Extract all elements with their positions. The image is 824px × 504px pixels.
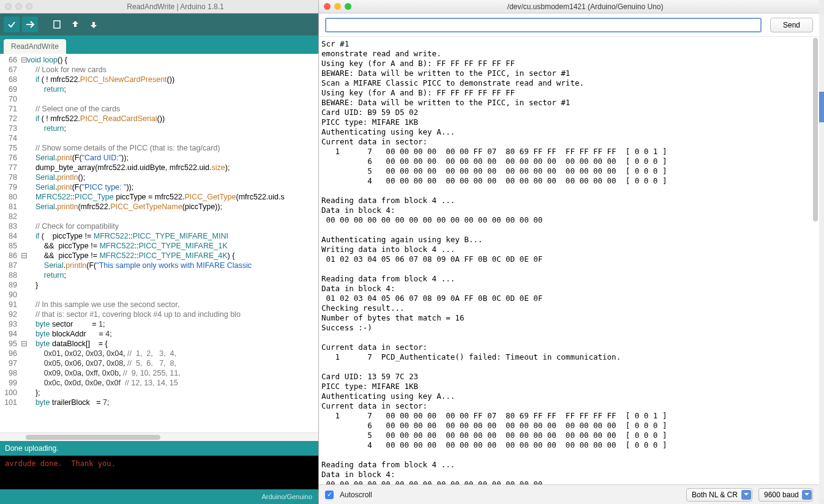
sidebar-marker — [819, 92, 824, 122]
code-line[interactable]: 94 byte blockAddr = 4; — [0, 329, 318, 339]
code-line[interactable]: 73 return; — [0, 124, 318, 133]
send-button[interactable]: Send — [770, 18, 813, 32]
editor-h-scrollbar[interactable] — [0, 432, 318, 441]
code-line[interactable]: 98 0x09, 0x0a, 0xff, 0x0b, // 9, 10, 255… — [0, 368, 318, 378]
code-line[interactable]: 70 — [0, 94, 318, 104]
code-line[interactable]: 84 if ( piccType != MFRC522::PICC_TYPE_M… — [0, 231, 318, 241]
code-line[interactable]: 74 — [0, 133, 318, 143]
code-editor[interactable]: 66⊟void loop() {67 // Look for new cards… — [0, 54, 318, 432]
code-line[interactable]: 68 if ( ! mfrc522.PICC_IsNewCardPresent(… — [0, 75, 318, 84]
serial-traffic-lights — [319, 3, 351, 10]
code-line[interactable]: 87 Serial.println(F("This sample only wo… — [0, 261, 318, 270]
code-line[interactable]: 72 if ( ! mfrc522.PICC_ReadCardSerial()) — [0, 114, 318, 124]
serial-window-title: /dev/cu.usbmodem1421 (Arduino/Genuino Un… — [351, 2, 819, 11]
code-line[interactable]: 86⊟ && piccType != MFRC522::PICC_TYPE_MI… — [0, 251, 318, 261]
code-line[interactable]: 89 } — [0, 280, 318, 290]
autoscroll-label: Autoscroll — [340, 491, 372, 499]
save-sketch-button[interactable] — [86, 17, 102, 32]
code-line[interactable]: 88 return; — [0, 270, 318, 280]
code-line[interactable]: 101 byte trailerBlock = 7; — [0, 398, 318, 407]
arduino-ide-window: ReadAndWrite | Arduino 1.8.1 ReadAndWrit… — [0, 0, 318, 504]
code-line[interactable]: 82 — [0, 212, 318, 221]
serial-v-scrollbar[interactable] — [813, 38, 818, 221]
code-line[interactable]: 96 0x01, 0x02, 0x03, 0x04, // 1, 2, 3, 4… — [0, 349, 318, 358]
tabstrip: ReadAndWrite — [0, 35, 318, 54]
serial-monitor-window: /dev/cu.usbmodem1421 (Arduino/Genuino Un… — [318, 0, 819, 504]
code-line[interactable]: 90 — [0, 290, 318, 300]
verify-button[interactable] — [4, 17, 20, 32]
chevron-down-icon — [802, 490, 812, 500]
code-line[interactable]: 76 Serial.print(F("Card UID:")); — [0, 153, 318, 163]
code-line[interactable]: 75 // Show some details of the PICC (tha… — [0, 143, 318, 153]
ide-traffic-lights — [0, 3, 32, 10]
code-line[interactable]: 67 // Look for new cards — [0, 65, 318, 75]
code-line[interactable]: 100 }; — [0, 388, 318, 398]
board-footer: Arduino/Genuino — [0, 489, 318, 504]
code-line[interactable]: 95⊟ byte dataBlock[] = { — [0, 339, 318, 349]
open-sketch-button[interactable] — [67, 17, 83, 32]
chevron-down-icon — [741, 490, 751, 500]
serial-titlebar: /dev/cu.usbmodem1421 (Arduino/Genuino Un… — [319, 0, 819, 13]
serial-output[interactable]: Scr #1 emonstrate read and write. Using … — [319, 37, 819, 484]
code-line[interactable]: 92 // that is: sector #1, covering block… — [0, 309, 318, 319]
code-line[interactable]: 78 Serial.println(); — [0, 172, 318, 182]
new-sketch-button[interactable] — [49, 17, 65, 32]
autoscroll-checkbox[interactable]: ✓ — [325, 491, 334, 499]
code-line[interactable]: 97 0x05, 0x06, 0x07, 0x08, // 5, 6, 7, 8… — [0, 358, 318, 368]
ide-window-title: ReadAndWrite | Arduino 1.8.1 — [32, 2, 318, 11]
sidebar-strip — [819, 15, 824, 498]
upload-button[interactable] — [22, 17, 38, 32]
close-icon[interactable] — [324, 3, 331, 10]
code-line[interactable]: 93 byte sector = 1; — [0, 319, 318, 329]
build-console: avrdude done. Thank you. — [0, 456, 318, 489]
code-line[interactable]: 80 MFRC522::PICC_Type piccType = mfrc522… — [0, 192, 318, 202]
close-icon[interactable] — [5, 3, 12, 10]
code-line[interactable]: 99 0x0c, 0x0d, 0x0e, 0x0f // 12, 13, 14,… — [0, 378, 318, 388]
code-line[interactable]: 66⊟void loop() { — [0, 55, 318, 65]
minimize-icon[interactable] — [15, 3, 22, 10]
minimize-icon[interactable] — [334, 3, 341, 10]
ide-titlebar: ReadAndWrite | Arduino 1.8.1 — [0, 0, 318, 13]
serial-bottom-bar: ✓ Autoscroll Both NL & CR 9600 baud — [319, 484, 819, 504]
code-line[interactable]: 69 return; — [0, 84, 318, 94]
status-bar: Done uploading. — [0, 441, 318, 456]
zoom-icon[interactable] — [26, 3, 32, 10]
zoom-icon[interactable] — [345, 3, 351, 10]
code-line[interactable]: 81 Serial.println(mfrc522.PICC_GetTypeNa… — [0, 202, 318, 212]
svg-rect-0 — [54, 21, 60, 28]
ide-toolbar — [0, 13, 318, 35]
code-line[interactable]: 79 Serial.print(F("PICC type: ")); — [0, 182, 318, 192]
serial-send-input[interactable] — [325, 18, 762, 32]
code-line[interactable]: 83 // Check for compatibility — [0, 221, 318, 231]
code-line[interactable]: 91 // In this sample we use the second s… — [0, 300, 318, 309]
tab-readandwrite[interactable]: ReadAndWrite — [4, 39, 66, 54]
code-line[interactable]: 71 // Select one of the cards — [0, 104, 318, 114]
send-row: Send — [319, 13, 819, 37]
code-line[interactable]: 85 && piccType != MFRC522::PICC_TYPE_MIF… — [0, 241, 318, 251]
code-line[interactable]: 77 dump_byte_array(mfrc522.uid.uidByte, … — [0, 163, 318, 172]
